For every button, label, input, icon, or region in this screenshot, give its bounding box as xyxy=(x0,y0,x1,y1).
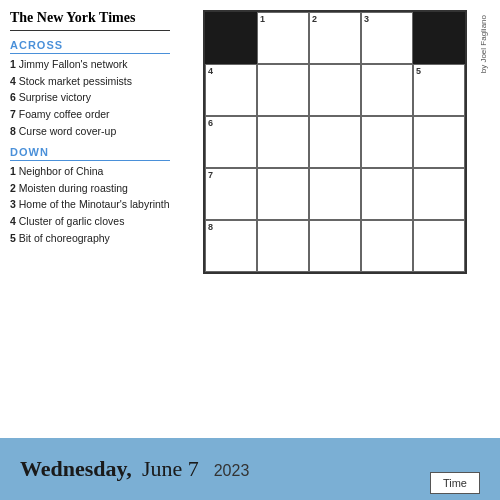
main-content: The New York Times ACROSS 1 Jimmy Fallon… xyxy=(0,0,500,438)
date-display: Wednesday, June 7 2023 xyxy=(20,456,249,482)
grid-cell-r3-c3[interactable] xyxy=(361,168,413,220)
clue-down-2: 2 Moisten during roasting xyxy=(10,182,170,196)
grid-cell-r0-c4 xyxy=(413,12,465,64)
cell-number-4: 4 xyxy=(208,67,213,76)
cell-number-1: 1 xyxy=(260,15,265,24)
grid-cell-r1-c2[interactable] xyxy=(309,64,361,116)
cell-number-2: 2 xyxy=(312,15,317,24)
clues-section: The New York Times ACROSS 1 Jimmy Fallon… xyxy=(10,10,170,428)
date-day: June 7 xyxy=(142,456,199,482)
grid-cell-r2-c0[interactable]: 6 xyxy=(205,116,257,168)
grid-cell-r4-c3[interactable] xyxy=(361,220,413,272)
crossword-area: by Joel Fagliano 12345678 xyxy=(180,10,490,428)
grid-cell-r1-c3[interactable] xyxy=(361,64,413,116)
grid-cell-r3-c4[interactable] xyxy=(413,168,465,220)
cell-number-5: 5 xyxy=(416,67,421,76)
grid-cell-r0-c1[interactable]: 1 xyxy=(257,12,309,64)
grid-cell-r2-c3[interactable] xyxy=(361,116,413,168)
grid-cell-r3-c2[interactable] xyxy=(309,168,361,220)
clue-down-3: 3 Home of the Minotaur's labyrinth xyxy=(10,198,170,212)
cell-number-3: 3 xyxy=(364,15,369,24)
grid-cell-r2-c4[interactable] xyxy=(413,116,465,168)
grid-cell-r4-c2[interactable] xyxy=(309,220,361,272)
clue-across-1: 1 Jimmy Fallon's network xyxy=(10,58,170,72)
grid-cell-r2-c2[interactable] xyxy=(309,116,361,168)
clue-down-4: 4 Cluster of garlic cloves xyxy=(10,215,170,229)
page-container: The New York Times ACROSS 1 Jimmy Fallon… xyxy=(0,0,500,500)
grid-cell-r0-c2[interactable]: 2 xyxy=(309,12,361,64)
clue-across-8: 8 Curse word cover-up xyxy=(10,125,170,139)
byline: by Joel Fagliano xyxy=(479,15,488,73)
across-label: ACROSS xyxy=(10,39,170,54)
grid-cell-r3-c1[interactable] xyxy=(257,168,309,220)
down-label: DOWN xyxy=(10,146,170,161)
grid-cell-r4-c1[interactable] xyxy=(257,220,309,272)
clue-across-7: 7 Foamy coffee order xyxy=(10,108,170,122)
grid-cell-r1-c0[interactable]: 4 xyxy=(205,64,257,116)
clue-across-4: 4 Stock market pessimists xyxy=(10,75,170,89)
clue-down-1: 1 Neighbor of China xyxy=(10,165,170,179)
time-box: Time xyxy=(430,472,480,494)
cell-number-7: 7 xyxy=(208,171,213,180)
bottom-bar: Wednesday, June 7 2023 Time xyxy=(0,438,500,500)
grid-cell-r0-c3[interactable]: 3 xyxy=(361,12,413,64)
clue-across-6: 6 Surprise victory xyxy=(10,91,170,105)
date-weekday: Wednesday, xyxy=(20,456,132,482)
clue-down-5: 5 Bit of choreography xyxy=(10,232,170,246)
cell-number-8: 8 xyxy=(208,223,213,232)
grid-cell-r4-c4[interactable] xyxy=(413,220,465,272)
grid-cell-r1-c4[interactable]: 5 xyxy=(413,64,465,116)
nyt-logo: The New York Times xyxy=(10,10,170,31)
grid-cell-r0-c0 xyxy=(205,12,257,64)
date-year: 2023 xyxy=(214,462,250,480)
crossword-grid[interactable]: 12345678 xyxy=(203,10,467,274)
grid-cell-r1-c1[interactable] xyxy=(257,64,309,116)
cell-number-6: 6 xyxy=(208,119,213,128)
grid-cell-r3-c0[interactable]: 7 xyxy=(205,168,257,220)
grid-cell-r4-c0[interactable]: 8 xyxy=(205,220,257,272)
grid-cell-r2-c1[interactable] xyxy=(257,116,309,168)
